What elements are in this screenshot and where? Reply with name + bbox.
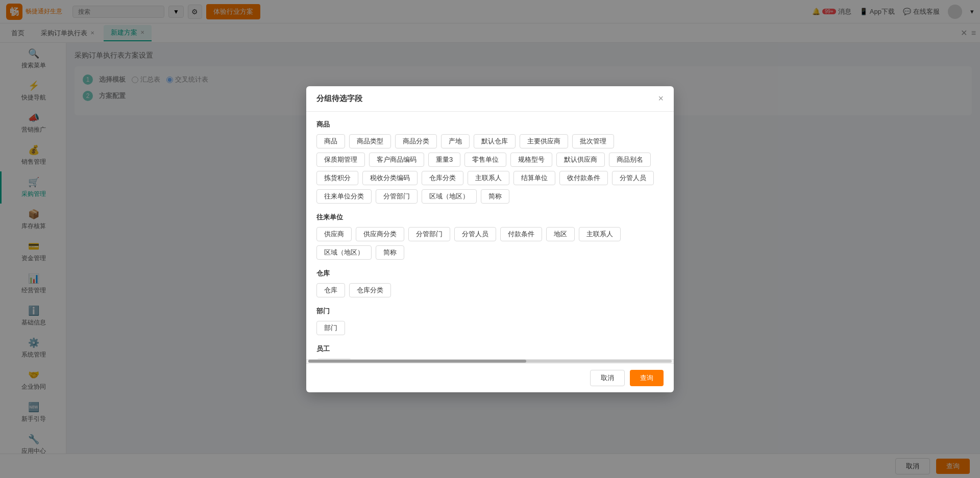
field-tag[interactable]: 结算单位	[513, 171, 555, 185]
field-tags-往来单位: 供应商供应商分类分管部门分管人员付款条件地区主联系人区域（地区）简称	[316, 227, 664, 260]
field-section-往来单位: 往来单位供应商供应商分类分管部门分管人员付款条件地区主联系人区域（地区）简称	[316, 213, 664, 260]
modal-close-btn[interactable]: ×	[658, 93, 664, 104]
modal-footer: 取消 查询	[306, 363, 674, 392]
cancel-button[interactable]: 取消	[590, 370, 625, 386]
modal-header: 分组待选字段 ×	[306, 86, 674, 112]
field-tag[interactable]: 分管人员	[454, 227, 496, 241]
field-tags-商品: 商品商品类型商品分类产地默认仓库主要供应商批次管理保质期管理客户商品编码重量3零…	[316, 134, 664, 204]
field-tag[interactable]: 保质期管理	[316, 153, 365, 167]
field-tag[interactable]: 供应商	[316, 227, 352, 241]
section-title: 往来单位	[316, 213, 664, 222]
field-section-仓库: 仓库仓库仓库分类	[316, 269, 664, 297]
modal-hscroll[interactable]	[306, 359, 674, 363]
modal-title: 分组待选字段	[316, 94, 362, 104]
field-tag[interactable]: 零售单位	[464, 153, 506, 167]
field-tag[interactable]: 重量3	[428, 153, 460, 167]
field-tag[interactable]: 收付款条件	[559, 171, 608, 185]
modal: 分组待选字段 × 商品商品商品类型商品分类产地默认仓库主要供应商批次管理保质期管…	[306, 86, 674, 392]
field-tag[interactable]: 规格型号	[510, 153, 552, 167]
field-tag[interactable]: 默认仓库	[474, 134, 516, 148]
field-tags-仓库: 仓库仓库分类	[316, 283, 664, 297]
field-tag[interactable]: 分管部门	[376, 189, 418, 204]
field-tag[interactable]: 商品类型	[349, 134, 391, 148]
field-tag[interactable]: 分管部门	[408, 227, 450, 241]
section-title: 商品	[316, 120, 664, 129]
field-tag[interactable]: 仓库分类	[349, 283, 391, 297]
field-tags-部门: 部门	[316, 321, 664, 335]
field-tag[interactable]: 批次管理	[572, 134, 614, 148]
field-tag[interactable]: 分管人员	[612, 171, 654, 185]
field-tag[interactable]: 产地	[441, 134, 470, 148]
field-tag[interactable]: 仓库分类	[422, 171, 463, 185]
field-tag[interactable]: 商品别名	[609, 153, 651, 167]
field-tag[interactable]: 默认供应商	[556, 153, 605, 167]
section-title: 仓库	[316, 269, 664, 278]
field-tag[interactable]: 往来单位分类	[316, 189, 372, 204]
section-title: 员工	[316, 344, 664, 354]
modal-body: 商品商品商品类型商品分类产地默认仓库主要供应商批次管理保质期管理客户商品编码重量…	[306, 112, 674, 360]
field-tag[interactable]: 主要供应商	[520, 134, 568, 148]
section-title: 部门	[316, 307, 664, 316]
field-tag[interactable]: 地区	[546, 227, 575, 241]
field-section-商品: 商品商品商品类型商品分类产地默认仓库主要供应商批次管理保质期管理客户商品编码重量…	[316, 120, 664, 204]
field-tag[interactable]: 区域（地区）	[316, 245, 372, 260]
field-tag[interactable]: 客户商品编码	[369, 153, 424, 167]
field-tag[interactable]: 部门	[316, 321, 345, 335]
field-tag[interactable]: 主联系人	[468, 171, 509, 185]
field-tag[interactable]: 区域（地区）	[422, 189, 477, 204]
field-section-部门: 部门部门	[316, 307, 664, 335]
field-tag[interactable]: 商品	[316, 134, 345, 148]
field-tag[interactable]: 简称	[376, 245, 404, 260]
field-tag[interactable]: 供应商分类	[356, 227, 404, 241]
field-tag[interactable]: 付款条件	[500, 227, 542, 241]
field-tag[interactable]: 商品分类	[395, 134, 437, 148]
field-tag[interactable]: 主联系人	[579, 227, 621, 241]
field-tag[interactable]: 拣货积分	[316, 171, 358, 185]
field-tag[interactable]: 简称	[481, 189, 509, 204]
field-section-员工: 员工业务员	[316, 344, 664, 360]
field-tag[interactable]: 税收分类编码	[362, 171, 418, 185]
modal-overlay: 分组待选字段 × 商品商品商品类型商品分类产地默认仓库主要供应商批次管理保质期管…	[0, 0, 980, 478]
confirm-button[interactable]: 查询	[630, 370, 664, 386]
field-tag[interactable]: 仓库	[316, 283, 345, 297]
